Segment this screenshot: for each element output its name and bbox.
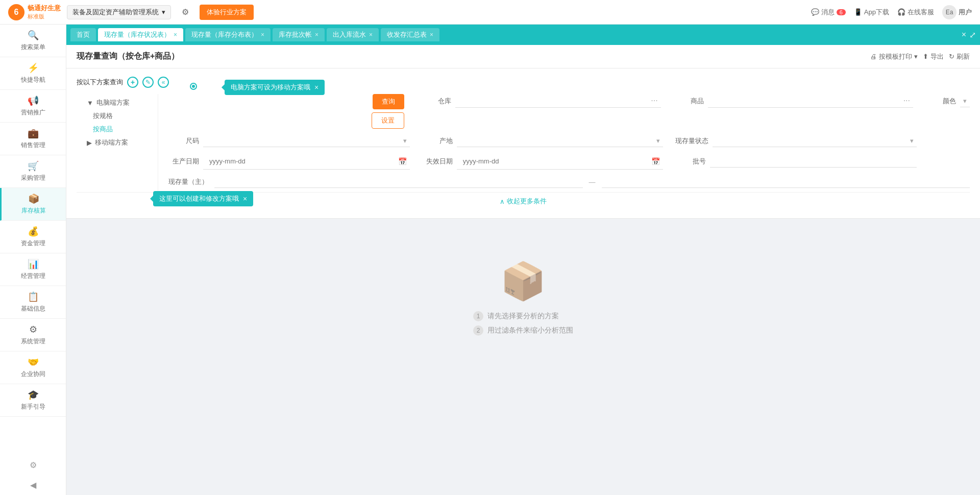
sidebar-item-system[interactable]: ⚙ 系统管理 <box>0 319 66 351</box>
tab-close-icon[interactable]: × <box>261 31 264 38</box>
tab-close-icon[interactable]: × <box>369 31 373 38</box>
scheme-item-desktop[interactable]: ▼ 电脑端方案 <box>77 96 152 109</box>
product-dots-icon[interactable]: ··· <box>903 96 910 105</box>
export-label: 导出 <box>930 52 944 61</box>
filter-arrow-button[interactable]: « <box>158 77 169 88</box>
filter-area: 电脑方案可设为移动方案哦 × 按以下方案查询 + ✎ « <box>66 68 980 219</box>
sidebar-item-basic-info[interactable]: 📋 基础信息 <box>0 286 66 319</box>
sidebar-item-finance[interactable]: 💰 资金管理 <box>0 221 66 253</box>
product-select[interactable]: ··· <box>708 94 913 108</box>
filter-row-expiry-date: 失效日期 📅 <box>422 153 664 170</box>
flash-icon: ⚡ <box>28 62 39 74</box>
message-button[interactable]: 💬 消息 6 <box>811 8 846 17</box>
sidebar-item-label: 资金管理 <box>21 239 45 248</box>
tab-inventory-status[interactable]: 现存量（库存状况表） × <box>98 28 183 41</box>
size-label: 尺码 <box>168 136 199 146</box>
expiry-date-input[interactable] <box>460 155 652 167</box>
online-support-button[interactable]: 🎧 在线客服 <box>897 8 934 17</box>
scheme-item-mobile[interactable]: ▶ 移动端方案 <box>77 136 152 149</box>
sidebar-item-inventory[interactable]: 📦 库存核算 <box>0 188 66 221</box>
chevron-down-icon: ▾ <box>910 137 914 145</box>
tab-home[interactable]: 首页 <box>70 28 96 41</box>
header-actions: 🖨 按模板打印 ▾ ⬆ 导出 ↻ 刷新 <box>870 52 970 61</box>
clipboard-icon: 📋 <box>28 291 39 302</box>
sidebar-item-enterprise[interactable]: 🤝 企业协同 <box>0 351 66 384</box>
tab-inventory-distribution[interactable]: 现存量（库存分布表） × <box>185 28 271 41</box>
cart-icon: 🛒 <box>28 160 39 172</box>
origin-select[interactable]: ▾ <box>457 135 664 147</box>
sidebar-item-label: 经营管理 <box>21 272 45 280</box>
sidebar-item-marketing[interactable]: 📢 营销推广 <box>0 90 66 123</box>
stock-to-input[interactable] <box>602 176 970 188</box>
tooltip2-close-button[interactable]: × <box>243 195 247 203</box>
tab-batch-ledger[interactable]: 库存批次帐 × <box>273 28 325 41</box>
calendar-icon[interactable]: 📅 <box>398 157 407 166</box>
filter-edit-button[interactable]: ✎ <box>142 77 154 88</box>
app-download-button[interactable]: 📱 App下载 <box>854 8 889 17</box>
tab-summary[interactable]: 收发存汇总表 × <box>381 28 439 41</box>
scheme-item-label: 移动端方案 <box>95 138 128 147</box>
sidebar-item-label: 库存核算 <box>21 206 46 215</box>
collapse-button[interactable]: ∧ 收起更多条件 <box>500 197 547 206</box>
search-button[interactable]: 查询 <box>373 94 404 109</box>
scheme-item-by-product[interactable]: 按商品 <box>77 123 152 136</box>
page-header: 现存量查询（按仓库+商品） 🖨 按模板打印 ▾ ⬆ 导出 ↻ <box>66 45 980 68</box>
handshake-icon: 🤝 <box>28 357 39 368</box>
warehouse-dots-icon[interactable]: ··· <box>651 96 657 105</box>
sidebar-item-search[interactable]: 🔍 搜索菜单 <box>0 25 66 57</box>
refresh-button[interactable]: ↻ 刷新 <box>949 52 970 61</box>
logo-text: 畅通好生意 标准版 <box>28 4 61 20</box>
sidebar-settings-button[interactable]: ⚙ <box>0 455 66 475</box>
message-icon: 💬 <box>811 8 819 16</box>
sidebar-item-operations[interactable]: 📊 经营管理 <box>0 253 66 286</box>
print-button[interactable]: 🖨 按模板打印 ▾ <box>870 52 918 61</box>
scheme-item-by-spec[interactable]: 按规格 <box>77 109 152 123</box>
industry-button[interactable]: 体验行业方案 <box>200 5 254 20</box>
empty-step-1: 1 请先选择要分析的方案 <box>473 311 573 321</box>
search-btn-area: 查询 设置 <box>168 94 408 129</box>
system-selector[interactable]: 装备及固定资产辅助管理系统 ▾ <box>67 5 171 19</box>
filter-add-button[interactable]: + <box>127 77 138 88</box>
tab-close-icon[interactable]: × <box>430 31 433 38</box>
filter-header: 按以下方案查询 + ✎ « <box>77 77 970 88</box>
message-label: 消息 <box>821 8 835 17</box>
tab-close-icon[interactable]: × <box>315 31 318 38</box>
chevron-down-icon: ▾ <box>403 137 407 145</box>
expand-icon[interactable]: ⤢ <box>969 30 976 40</box>
step-1-number: 1 <box>473 311 483 321</box>
settings-icon[interactable]: ⚙ <box>177 4 193 20</box>
graduate-icon: 🎓 <box>28 389 39 400</box>
production-date-input[interactable] <box>206 155 398 167</box>
tab-actions: × ⤢ <box>962 30 976 40</box>
inventory-status-select[interactable]: ▾ <box>713 135 917 147</box>
tooltip-close-button[interactable]: × <box>314 83 318 91</box>
export-button[interactable]: ⬆ 导出 <box>923 52 944 61</box>
tab-label: 现存量（库存状况表） <box>104 30 170 39</box>
expand-arrow-icon: ▶ <box>87 139 92 147</box>
refresh-icon: ↻ <box>949 53 954 60</box>
main-content: 现存量查询（按仓库+商品） 🖨 按模板打印 ▾ ⬆ 导出 ↻ <box>66 45 980 495</box>
logo-icon: 6 <box>8 4 24 20</box>
sidebar-collapse-button[interactable]: ◀ <box>0 475 66 495</box>
user-menu[interactable]: Ea 用户 <box>942 5 972 19</box>
sidebar-item-purchase[interactable]: 🛒 采购管理 <box>0 155 66 188</box>
tab-close-icon[interactable]: × <box>174 31 177 38</box>
empty-illustration: 📦 <box>500 260 546 303</box>
sidebar-item-guide[interactable]: 🎓 新手引导 <box>0 384 66 417</box>
product-label: 商品 <box>673 97 704 106</box>
sidebar-item-sales[interactable]: 💼 销售管理 <box>0 123 66 155</box>
reset-button[interactable]: 设置 <box>372 112 404 129</box>
color-select[interactable]: ▾ <box>960 95 970 107</box>
size-select[interactable]: ▾ <box>203 135 410 147</box>
close-all-tabs-button[interactable]: × <box>962 30 966 39</box>
stock-from-input[interactable] <box>214 176 583 188</box>
calendar-icon[interactable]: 📅 <box>651 157 660 166</box>
chevron-down-icon: ▾ <box>963 97 967 105</box>
tab-in-out-flow[interactable]: 出入库流水 × <box>327 28 379 41</box>
warehouse-select[interactable]: ··· <box>455 94 660 108</box>
printer-icon: 🖨 <box>870 53 877 60</box>
sidebar-item-label: 企业协同 <box>21 370 45 379</box>
sidebar-item-label: 基础信息 <box>21 304 45 313</box>
batch-input[interactable] <box>710 155 917 168</box>
sidebar-item-quick-nav[interactable]: ⚡ 快捷导航 <box>0 57 66 90</box>
